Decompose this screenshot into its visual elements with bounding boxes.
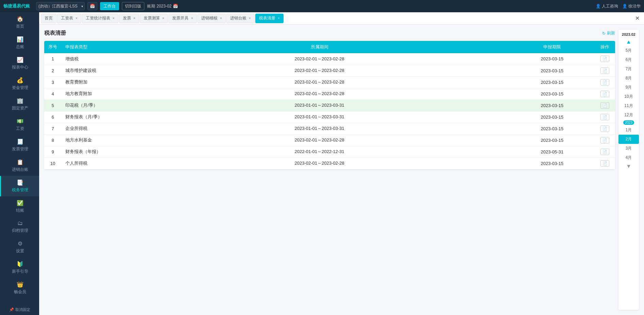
company-select[interactable]: (勿动）江西服宜-LSS xyxy=(36,2,85,10)
cell-type: 财务报表（年报） xyxy=(61,146,129,158)
tab-tax-clear[interactable]: 税表清册 × xyxy=(255,14,284,23)
month-8[interactable]: 8月 xyxy=(618,74,639,83)
refresh-icon: ↻ xyxy=(602,31,606,36)
month-5[interactable]: 5月 xyxy=(618,46,639,55)
sidebar-item-settlement[interactable]: ✅ 结账 xyxy=(0,196,39,217)
refresh-button[interactable]: ↻ 刷新 xyxy=(602,30,615,36)
tab-invoice-calc-close[interactable]: × xyxy=(162,16,164,20)
month-6[interactable]: 6月 xyxy=(618,55,639,64)
sidebar-item-newbie[interactable]: 🔰 新手引导 xyxy=(0,257,39,278)
action-button[interactable]: 📄 xyxy=(600,114,609,120)
tab-invoice[interactable]: 发票 × xyxy=(119,14,139,23)
cell-action: 📄 xyxy=(595,111,615,123)
month-4-2023[interactable]: 4月 xyxy=(618,153,639,162)
cell-action: 📄 xyxy=(595,76,615,88)
tab-purchase-audit-close[interactable]: × xyxy=(220,16,222,20)
tab-invoice-issue[interactable]: 发票开具 × xyxy=(168,14,197,23)
tab-salary-stats[interactable]: 工资统计报表 × xyxy=(82,14,118,23)
cell-seq: 7 xyxy=(44,123,61,134)
sidebar-item-home[interactable]: 🏠 首页 xyxy=(0,12,39,33)
cell-type: 企业所得税 xyxy=(61,123,129,134)
user-avatar-icon: 👤 xyxy=(622,4,627,9)
sidebar-label-tax: 税务管理 xyxy=(12,187,28,193)
tab-invoice-issue-close[interactable]: × xyxy=(191,16,193,20)
cell-report-period: 2023-03-15 xyxy=(510,100,595,111)
cell-type: 教育费附加 xyxy=(61,76,129,88)
calendar-nav-up[interactable]: ▲ xyxy=(625,38,632,46)
year-2023-label[interactable]: 2023 xyxy=(623,120,634,125)
sidebar-item-report-center[interactable]: 📈 报表中心 xyxy=(0,53,39,74)
month-2-2023[interactable]: 2月 xyxy=(618,135,639,144)
month-11[interactable]: 11月 xyxy=(618,101,639,110)
tab-salary-table[interactable]: 工资表 × xyxy=(57,14,81,23)
header-period: 所属期间 xyxy=(129,41,510,53)
content-area-close[interactable]: ✕ xyxy=(632,15,642,21)
sidebar-item-salary[interactable]: 💵 工资 xyxy=(0,115,39,135)
cell-report-period: 2023-03-15 xyxy=(510,123,595,134)
support-link[interactable]: 👤 人工咨询 xyxy=(596,3,618,9)
month-10[interactable]: 10月 xyxy=(618,92,639,101)
tab-invoice-close[interactable]: × xyxy=(133,16,135,20)
month-1-2023[interactable]: 1月 xyxy=(618,125,639,135)
header-report-period: 申报期限 xyxy=(510,41,595,53)
action-button[interactable]: 📄 xyxy=(600,56,609,62)
sidebar-label-invoice: 发票管理 xyxy=(12,146,28,152)
calendar-nav-down[interactable]: ▼ xyxy=(625,162,632,170)
workbench-button[interactable]: 工作台 xyxy=(100,2,119,10)
user-info[interactable]: 👤 徐泾华 xyxy=(622,3,641,9)
month-7[interactable]: 7月 xyxy=(618,64,639,74)
action-button[interactable]: 📄 xyxy=(600,125,609,132)
tab-purchase-audit[interactable]: 进销稽核 × xyxy=(197,14,226,23)
sidebar-item-purchase-sales[interactable]: 📋 进销台账 xyxy=(0,155,39,176)
sidebar-item-tax-mgmt[interactable]: 📑 税务管理 xyxy=(0,176,39,196)
action-button[interactable]: 📄 xyxy=(600,149,609,155)
table-row: 6 财务报表（月/季） 2023-01-01～2023-03-31 2023-0… xyxy=(44,111,615,123)
assets-icon: 🏢 xyxy=(17,97,23,104)
sidebar-label-newbie: 新手引导 xyxy=(12,269,28,274)
header-action: 操作 xyxy=(595,41,615,53)
sidebar-label-ledger: 总账 xyxy=(16,44,24,50)
sidebar-item-vip[interactable]: 👑 畅会员 xyxy=(0,278,39,298)
action-button[interactable]: 📄 xyxy=(600,102,609,109)
tab-purchase-ledger-close[interactable]: × xyxy=(249,16,251,20)
refresh-label: 刷新 xyxy=(607,30,615,36)
switch-old-button[interactable]: 切到旧版 xyxy=(122,2,144,10)
sidebar-item-archive-mgmt[interactable]: 🗂 归档管理 xyxy=(0,217,39,237)
calendar-icon-btn[interactable]: 📅 xyxy=(87,2,97,10)
page-title: 税表清册 xyxy=(44,30,66,37)
invoice-icon: 🧾 xyxy=(17,138,23,145)
sidebar-label-report: 报表中心 xyxy=(12,64,28,70)
action-button[interactable]: 📄 xyxy=(600,91,609,97)
action-button[interactable]: 📄 xyxy=(600,79,609,86)
archive-icon: 🗂 xyxy=(17,220,23,226)
cell-period: 2023-01-01～2023-03-31 xyxy=(129,123,510,134)
tab-salary-table-close[interactable]: × xyxy=(76,16,78,20)
sidebar-item-invoice-mgmt[interactable]: 🧾 发票管理 xyxy=(0,135,39,155)
action-button[interactable]: 📄 xyxy=(600,68,609,74)
pin-label: 取消固定 xyxy=(15,307,30,312)
sidebar-item-general-ledger[interactable]: 📊 总账 xyxy=(0,33,39,53)
month-9[interactable]: 9月 xyxy=(618,83,639,92)
table-row: 7 企业所得税 2023-01-01～2023-03-31 2023-03-15… xyxy=(44,123,615,134)
support-label: 人工咨询 xyxy=(602,3,618,9)
tab-purchase-ledger[interactable]: 进销台账 × xyxy=(226,14,255,23)
action-button[interactable]: 📄 xyxy=(600,137,609,144)
month-3-2023[interactable]: 3月 xyxy=(618,144,639,153)
cell-type: 个人所得税 xyxy=(61,158,129,169)
sidebar-label-settlement: 结账 xyxy=(16,208,24,213)
tab-salary-stats-close[interactable]: × xyxy=(113,16,115,20)
tab-tax-clear-label: 税表清册 xyxy=(259,15,275,21)
pin-toggle[interactable]: 📌 取消固定 xyxy=(0,304,39,315)
sidebar-item-settings[interactable]: ⚙ 设置 xyxy=(0,237,39,257)
action-button[interactable]: 📄 xyxy=(600,160,609,167)
month-12[interactable]: 12月 xyxy=(618,110,639,120)
tab-tax-clear-close[interactable]: × xyxy=(278,16,280,20)
cell-report-period: 2023-03-15 xyxy=(510,53,595,65)
page-content: 税表清册 ↻ 刷新 序号 申报表类型 所属期间 申报期限 操作 xyxy=(39,25,644,315)
sidebar-item-fixed-assets[interactable]: 🏢 固定资产 xyxy=(0,94,39,115)
sidebar-item-fund-mgmt[interactable]: 💰 资金管理 xyxy=(0,74,39,94)
sidebar-label-archive: 归档管理 xyxy=(12,228,28,234)
tab-invoice-calc[interactable]: 发票测算 × xyxy=(140,14,168,23)
period-calendar-icon: 📅 xyxy=(173,4,178,9)
tab-home[interactable]: 首页 xyxy=(41,14,57,23)
